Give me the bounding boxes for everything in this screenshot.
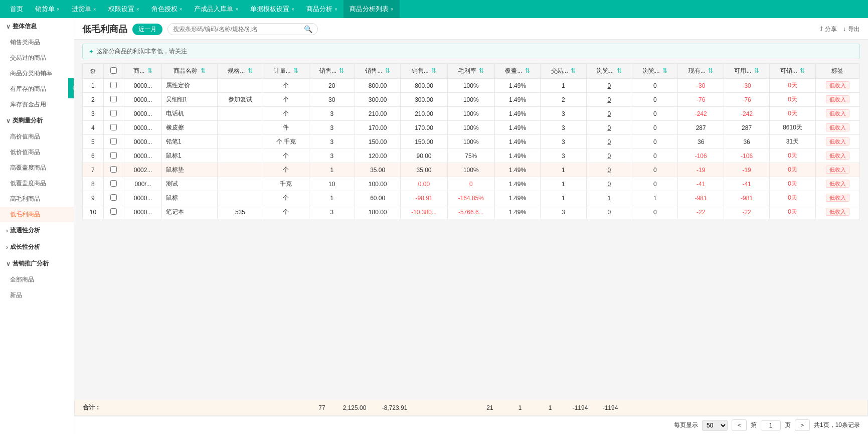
nav-item-product-analysis[interactable]: 商品分析 × — [300, 0, 343, 18]
col-sellable-days[interactable]: 可销... ⇅ — [770, 64, 815, 79]
cell-sales-profit: 150.00 — [401, 135, 447, 149]
sidebar-item-stock-capital[interactable]: 库存资金占用 — [0, 97, 74, 112]
col-code[interactable]: 商... ⇅ — [124, 64, 162, 79]
sidebar-item-all-products[interactable]: 全部商品 — [0, 272, 74, 287]
row-checkbox[interactable] — [110, 194, 117, 201]
close-icon[interactable]: × — [57, 7, 60, 12]
row-checkbox[interactable] — [110, 208, 117, 215]
cell-checkbox[interactable] — [103, 121, 124, 135]
sidebar-item-traded-products[interactable]: 交易过的商品 — [0, 50, 74, 66]
nav-item-sales[interactable]: 销货单 × — [29, 0, 66, 18]
export-icon: ↓ — [843, 26, 846, 33]
close-icon[interactable]: × — [93, 7, 96, 12]
col-coverage[interactable]: 覆盖... ⇅ — [494, 64, 540, 79]
sidebar-group-overall-info[interactable]: ∨ 整体信息 — [0, 18, 74, 35]
cell-coverage: 1.49% — [494, 163, 540, 177]
period-button[interactable]: 近一月 — [132, 24, 162, 35]
sidebar-group-marketing[interactable]: ∨ 营销推广分析 — [0, 255, 74, 272]
cell-views1[interactable]: 1 — [586, 191, 632, 205]
cell-checkbox[interactable] — [103, 135, 124, 149]
col-checkbox[interactable] — [103, 64, 124, 79]
cell-checkbox[interactable] — [103, 191, 124, 205]
col-available-stock[interactable]: 可用... ⇅ — [724, 64, 769, 79]
col-sales-profit[interactable]: 销售... ⇅ — [401, 64, 447, 79]
cell-checkbox[interactable] — [103, 163, 124, 177]
sidebar-item-sales-products[interactable]: 销售类商品 — [0, 35, 74, 50]
sidebar-item-low-margin[interactable]: 低毛利商品 — [0, 207, 74, 222]
col-name[interactable]: 商品名称 ⇅ — [162, 64, 218, 79]
close-icon[interactable]: × — [136, 7, 139, 12]
page-input[interactable] — [761, 420, 781, 430]
col-trade-count[interactable]: 交易... ⇅ — [541, 64, 586, 79]
cell-views1[interactable]: 0 — [586, 79, 632, 93]
col-sales-qty[interactable]: 销售... ⇅ — [309, 64, 355, 79]
nav-item-template-settings[interactable]: 单据模板设置 × — [244, 0, 300, 18]
col-tag[interactable]: 标签 — [815, 64, 859, 79]
cell-available-stock: -41 — [724, 177, 769, 191]
search-icon[interactable]: 🔍 — [304, 25, 312, 33]
sidebar-item-stocked-products[interactable]: 有库存的商品 — [0, 81, 74, 97]
sidebar-item-high-value[interactable]: 高价值商品 — [0, 129, 74, 144]
cell-checkbox[interactable] — [103, 177, 124, 191]
col-current-stock[interactable]: 现有... ⇅ — [678, 64, 724, 79]
close-icon[interactable]: × — [334, 7, 337, 12]
row-checkbox[interactable] — [110, 124, 117, 130]
sidebar-group-growth[interactable]: › 成长性分析 — [0, 239, 74, 255]
row-checkbox[interactable] — [110, 82, 117, 88]
col-unit[interactable]: 计量... ⇅ — [263, 64, 309, 79]
cell-views1[interactable]: 0 — [586, 149, 632, 163]
sidebar-group-circulation[interactable]: › 流通性分析 — [0, 222, 74, 239]
nav-item-product-analysis-list[interactable]: 商品分析列表 × — [343, 0, 400, 18]
col-sales-amount[interactable]: 销售... ⇅ — [355, 64, 400, 79]
sidebar-item-new-products[interactable]: 新品 — [0, 287, 74, 303]
close-icon[interactable]: × — [235, 7, 238, 12]
cell-views1[interactable]: 0 — [586, 177, 632, 191]
col-views1[interactable]: 浏览... ⇅ — [586, 64, 632, 79]
cell-views1[interactable]: 0 — [586, 135, 632, 149]
row-checkbox[interactable] — [110, 166, 117, 173]
row-checkbox[interactable] — [110, 96, 117, 102]
cell-views1[interactable]: 0 — [586, 205, 632, 219]
share-button[interactable]: ⤴ 分享 — [820, 25, 837, 34]
cell-views1[interactable]: 0 — [586, 93, 632, 107]
cell-checkbox[interactable] — [103, 79, 124, 93]
col-settings[interactable]: ⚙ — [83, 64, 104, 79]
nav-item-product-inbound[interactable]: 产成品入库单 × — [188, 0, 244, 18]
select-all-checkbox[interactable] — [110, 67, 117, 74]
sidebar-item-low-value[interactable]: 低价值商品 — [0, 144, 74, 160]
close-icon[interactable]: × — [391, 7, 394, 12]
cell-views1[interactable]: 0 — [586, 163, 632, 177]
export-button[interactable]: ↓ 导出 — [843, 25, 860, 34]
next-page-button[interactable]: ＞ — [795, 419, 810, 431]
sidebar-collapse-btn[interactable]: 《 — [68, 78, 74, 98]
col-gross-margin[interactable]: 毛利率 ⇅ — [447, 64, 494, 79]
cell-views1[interactable]: 0 — [586, 107, 632, 121]
sidebar-item-high-coverage[interactable]: 高覆盖度商品 — [0, 160, 74, 176]
sidebar-item-category-sales-rate[interactable]: 商品分类助销率 — [0, 66, 74, 81]
per-page-select[interactable]: 50 100 200 — [702, 420, 728, 431]
cell-checkbox[interactable] — [103, 93, 124, 107]
nav-item-purchase[interactable]: 进货单 × — [66, 0, 102, 18]
col-views2[interactable]: 浏览... ⇅ — [632, 64, 678, 79]
row-checkbox[interactable] — [110, 180, 117, 187]
cell-views1[interactable]: 0 — [586, 121, 632, 135]
sidebar-item-high-margin[interactable]: 高毛利商品 — [0, 191, 74, 207]
nav-item-role-auth[interactable]: 角色授权 × — [145, 0, 189, 18]
cell-checkbox[interactable] — [103, 149, 124, 163]
nav-item-permissions[interactable]: 权限设置 × — [102, 0, 145, 18]
cell-checkbox[interactable] — [103, 205, 124, 219]
table-container[interactable]: ⚙ 商... ⇅ 商品名称 ⇅ 规格... ⇅ 计量... ⇅ 销售... ⇅ … — [74, 63, 868, 400]
prev-page-button[interactable]: ＜ — [732, 419, 747, 431]
cell-code: 0000... — [124, 121, 162, 135]
sidebar-item-low-coverage[interactable]: 低覆盖度商品 — [0, 176, 74, 191]
cell-checkbox[interactable] — [103, 107, 124, 121]
nav-item-home[interactable]: 首页 — [4, 0, 29, 18]
row-checkbox[interactable] — [110, 110, 117, 116]
row-checkbox[interactable] — [110, 152, 117, 159]
close-icon[interactable]: × — [180, 7, 183, 12]
col-spec[interactable]: 规格... ⇅ — [217, 64, 263, 79]
close-icon[interactable]: × — [291, 7, 294, 12]
row-checkbox[interactable] — [110, 138, 117, 144]
sidebar-group-surplus-analysis[interactable]: ∨ 类剩量分析 — [0, 112, 74, 129]
search-input[interactable] — [173, 26, 304, 33]
